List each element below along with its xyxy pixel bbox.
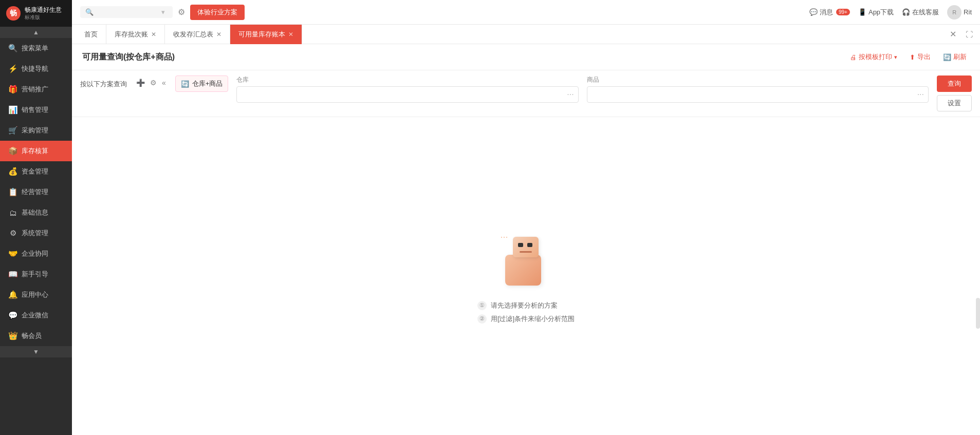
sidebar-item-operation[interactable]: 📋 经营管理 — [0, 182, 72, 202]
book-icon: 📖 — [8, 270, 17, 279]
sidebar-scroll-down[interactable]: ▼ — [0, 346, 72, 357]
sidebar-item-label: 畅会员 — [22, 331, 42, 341]
scheme-item-label: 仓库+商品 — [192, 79, 223, 88]
scheme-item[interactable]: 🔄 仓库+商品 — [175, 75, 229, 92]
filter-fields: 仓库 ··· 商品 ··· — [236, 75, 929, 103]
message-button[interactable]: 💬 消息 99+ — [809, 8, 850, 17]
robot-body — [505, 255, 541, 286]
query-button[interactable]: 查询 — [937, 75, 972, 92]
empty-tip-1: ① 请先选择要分析的方案 — [477, 301, 575, 310]
topbar: 🔍 ▾ ⚙ 体验行业方案 💬 消息 99+ 📱 App下载 🎧 在线客服 R R… — [72, 0, 980, 25]
tab-close-icon[interactable]: ✕ — [151, 31, 156, 38]
chart-icon: 📊 — [8, 105, 17, 115]
avatar: R — [947, 5, 961, 20]
message-badge: 99+ — [836, 9, 850, 15]
export-icon: ⬆ — [910, 53, 915, 61]
sidebar-item-member[interactable]: 👑 畅会员 — [0, 326, 72, 346]
right-scrollbar[interactable] — [976, 298, 980, 329]
clipboard-icon: 📋 — [8, 187, 17, 197]
refresh-button[interactable]: 🔄 刷新 — [940, 50, 970, 64]
collapse-scheme-button[interactable]: « — [161, 78, 167, 88]
sidebar: 畅 畅康通好生意 标准版 ▲ 🔍 搜索菜单 ⚡ 快捷导航 🎁 营销推广 📊 销售… — [0, 0, 72, 435]
sidebar-item-label: 快捷导航 — [22, 64, 48, 73]
search-input[interactable] — [97, 8, 158, 16]
topbar-search-box[interactable]: 🔍 ▾ — [80, 6, 173, 18]
sidebar-item-label: 企业协同 — [22, 249, 48, 258]
cart-icon: 🛒 — [8, 126, 17, 135]
industry-solution-button[interactable]: 体验行业方案 — [190, 5, 245, 20]
gear-icon: ⚙ — [8, 229, 17, 238]
sidebar-item-finance[interactable]: 💰 资金管理 — [0, 161, 72, 182]
app-download-button[interactable]: 📱 App下载 — [858, 8, 894, 17]
chevron-down-icon[interactable]: ▾ — [161, 8, 165, 16]
warehouse-input[interactable]: ··· — [236, 86, 578, 103]
print-button[interactable]: 🖨 按模板打印 ▾ — [847, 50, 900, 64]
tab-batch-account[interactable]: 库存批次账 ✕ — [106, 25, 165, 44]
tab-label: 可用量库存账本 — [238, 30, 285, 39]
chevron-down-icon[interactable]: ▾ — [894, 54, 897, 61]
goods-field: 商品 ··· — [587, 75, 929, 103]
sidebar-item-label: 采购管理 — [22, 126, 48, 135]
tab-home[interactable]: 首页 — [76, 25, 106, 44]
sidebar-item-guide[interactable]: 📖 新手引导 — [0, 264, 72, 285]
user-avatar-button[interactable]: R Rit — [947, 5, 972, 20]
print-label: 按模板打印 — [859, 52, 892, 62]
sidebar-item-shortcut[interactable]: ⚡ 快捷导航 — [0, 59, 72, 79]
robot-eye-right — [527, 243, 532, 247]
sidebar-item-label: 经营管理 — [22, 187, 48, 197]
sidebar-item-wechat[interactable]: 💬 企业微信 — [0, 305, 72, 326]
export-button[interactable]: ⬆ 导出 — [907, 50, 934, 64]
sidebar-item-label: 新手引导 — [22, 270, 48, 279]
sidebar-item-label: 销售管理 — [22, 105, 48, 115]
tab-close-icon[interactable]: ✕ — [288, 31, 293, 38]
add-scheme-button[interactable]: ➕ — [135, 78, 146, 88]
online-service-label: 在线客服 — [912, 8, 939, 17]
sidebar-item-apps[interactable]: 🔔 应用中心 — [0, 285, 72, 305]
chat-icon: 💬 — [8, 311, 17, 320]
content-area: ··· ① 请先选择要分析的方案 ② 用[过滤]条件来缩小分析范围 — [72, 117, 980, 435]
tab-label: 收发存汇总表 — [173, 30, 213, 39]
search-icon: 🔍 — [85, 8, 94, 16]
search-icon: 🔍 — [8, 44, 17, 53]
tip-text-1: 请先选择要分析的方案 — [491, 301, 558, 310]
tip-text-2: 用[过滤]条件来缩小分析范围 — [491, 314, 575, 324]
filter-area: 按以下方案查询 ➕ ⚙ « 🔄 仓库+商品 仓库 ··· 商品 ··· — [72, 70, 980, 117]
sidebar-item-corp[interactable]: 🤝 企业协同 — [0, 243, 72, 264]
warehouse-label: 仓库 — [236, 75, 578, 84]
expand-tabs-button[interactable]: ⛶ — [963, 29, 976, 40]
robot-eye-left — [518, 243, 523, 247]
app-name: 畅康通好生意 — [25, 6, 62, 14]
warehouse-more-icon[interactable]: ··· — [567, 90, 574, 99]
tab-available[interactable]: 可用量库存账本 ✕ — [230, 25, 302, 44]
online-service-button[interactable]: 🎧 在线客服 — [902, 8, 939, 17]
folder-icon: 🗂 — [8, 209, 17, 217]
goods-input[interactable]: ··· — [587, 86, 929, 103]
sidebar-item-system[interactable]: ⚙ 系统管理 — [0, 223, 72, 243]
edit-scheme-button[interactable]: ⚙ — [149, 78, 158, 88]
sidebar-item-marketing[interactable]: 🎁 营销推广 — [0, 79, 72, 100]
app-download-label: App下载 — [868, 8, 894, 17]
sidebar-scroll-up[interactable]: ▲ — [0, 27, 72, 38]
message-label: 消息 — [820, 8, 833, 17]
tab-close-icon[interactable]: ✕ — [216, 31, 221, 38]
column-settings-button[interactable]: 设置 — [937, 95, 972, 111]
app-logo: 畅 畅康通好生意 标准版 — [0, 0, 72, 27]
sidebar-item-sales[interactable]: 📊 销售管理 — [0, 100, 72, 120]
print-icon: 🖨 — [850, 53, 857, 61]
sidebar-item-inventory[interactable]: 📦 库存核算 — [0, 141, 72, 161]
shortcut-icon: ⚡ — [8, 64, 17, 73]
crown-icon: 👑 — [8, 331, 17, 341]
page-header: 可用量查询(按仓库+商品) 🖨 按模板打印 ▾ ⬆ 导出 🔄 刷新 — [72, 44, 980, 70]
settings-icon[interactable]: ⚙ — [178, 7, 185, 17]
sidebar-item-basic[interactable]: 🗂 基础信息 — [0, 202, 72, 223]
box-icon: 📦 — [8, 146, 17, 156]
close-all-tabs-button[interactable]: ✕ — [947, 28, 959, 40]
tab-summary[interactable]: 收发存汇总表 ✕ — [165, 25, 230, 44]
goods-label: 商品 — [587, 75, 929, 84]
goods-more-icon[interactable]: ··· — [917, 90, 924, 99]
sidebar-item-purchase[interactable]: 🛒 采购管理 — [0, 120, 72, 141]
topbar-right: 💬 消息 99+ 📱 App下载 🎧 在线客服 R Rit — [809, 5, 972, 20]
bell-icon: 🔔 — [8, 290, 17, 299]
sidebar-item-search[interactable]: 🔍 搜索菜单 — [0, 38, 72, 59]
empty-illustration: ··· — [495, 229, 557, 291]
